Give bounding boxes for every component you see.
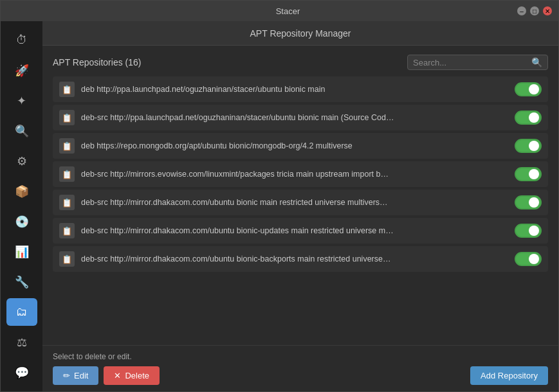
repo-icon: 📋 [59,251,75,267]
window-title: Stacer [59,6,517,16]
repo-text: deb-src http://mirror.dhakacom.com/ubunt… [81,198,508,207]
repo-text: deb-src http://mirror.dhakacom.com/ubunt… [81,226,508,235]
sidebar-item-packages[interactable]: 📦 [6,177,37,205]
bottom-bar: Select to delete or edit. ✏ Edit ✕ Delet… [42,345,558,391]
repo-icon: 📋 [59,166,75,182]
status-text: Select to delete or edit. [53,352,548,361]
sidebar-item-search[interactable]: 🔍 [6,117,37,145]
table-row[interactable]: 📋 deb https://repo.mongodb.org/apt/ubunt… [53,133,548,159]
repo-text: deb https://repo.mongodb.org/apt/ubuntu … [81,141,508,150]
search-box: 🔍 [407,55,548,70]
sidebar-item-dashboard[interactable]: ⏱ [6,26,37,54]
repo-icon: 📋 [59,138,75,154]
panel-header: APT Repository Manager [42,21,558,46]
sidebar-item-terminal[interactable]: 💬 [6,359,37,386]
repo-icon: 📋 [59,82,75,97]
repo-header: APT Repositories (16) 🔍 [53,55,548,70]
delete-button[interactable]: ✕ Delete [104,366,160,385]
table-row[interactable]: 📋 deb-src http://mirror.dhakacom.com/ubu… [53,190,548,215]
table-row[interactable]: 📋 deb http://ppa.launchpad.net/oguzhanin… [53,76,548,102]
edit-button[interactable]: ✏ Edit [53,366,98,385]
add-label: Add Repository [481,371,538,380]
sidebar-item-settings[interactable]: ⚙ [6,147,37,175]
sidebar-item-disk[interactable]: 💿 [6,208,37,235]
sidebar-item-resources[interactable]: 📊 [6,238,37,265]
sidebar-item-startup[interactable]: 🚀 [6,57,37,84]
window-controls: – □ ✕ [517,6,552,15]
edit-label: Edit [74,371,88,380]
repo-text: deb-src http://mirrors.evowise.com/linux… [81,170,508,179]
toggle-switch[interactable] [515,195,542,209]
sidebar-item-apt[interactable]: 🗂 [6,298,37,326]
repo-text: deb http://ppa.launchpad.net/oguzhaninan… [81,85,508,94]
sidebar: ⏱ 🚀 ✦ 🔍 ⚙ 📦 💿 📊 🔧 🗂 ⚖ 💬 [1,21,42,391]
toggle-switch[interactable] [515,224,542,238]
main-window: Stacer – □ ✕ ⏱ 🚀 ✦ 🔍 ⚙ 📦 💿 📊 🔧 🗂 ⚖ 💬 APT [0,0,559,392]
repo-list: 📋 deb http://ppa.launchpad.net/oguzhanin… [53,76,548,336]
repo-icon: 📋 [59,195,75,210]
repo-text: deb-src http://mirror.dhakacom.com/ubunt… [81,254,508,263]
maximize-button[interactable]: □ [530,6,539,15]
content-area: ⏱ 🚀 ✦ 🔍 ⚙ 📦 💿 📊 🔧 🗂 ⚖ 💬 APT Repository M… [1,21,558,391]
main-panel: APT Repository Manager APT Repositories … [42,21,558,391]
sidebar-item-equalizer[interactable]: ⚖ [6,328,37,356]
add-repository-button[interactable]: Add Repository [470,366,548,385]
table-row[interactable]: 📋 deb-src http://ppa.launchpad.net/oguzh… [53,105,548,130]
close-button[interactable]: ✕ [543,6,552,15]
toggle-switch[interactable] [515,139,542,153]
toggle-switch[interactable] [515,82,542,96]
panel-body: APT Repositories (16) 🔍 📋 deb http://ppa… [42,46,558,345]
search-input[interactable] [413,58,529,67]
minimize-button[interactable]: – [517,6,526,15]
repo-icon: 📋 [59,223,75,238]
panel-title: APT Repository Manager [250,28,351,39]
left-actions: ✏ Edit ✕ Delete [53,366,160,385]
toggle-switch[interactable] [515,111,542,125]
repo-count-title: APT Repositories (16) [53,57,141,67]
table-row[interactable]: 📋 deb-src http://mirrors.evowise.com/lin… [53,161,548,187]
titlebar: Stacer – □ ✕ [1,1,558,21]
search-icon: 🔍 [531,57,542,67]
bottom-actions: ✏ Edit ✕ Delete Add Repository [53,366,548,385]
delete-label: Delete [125,371,149,380]
delete-icon: ✕ [114,371,121,380]
sidebar-item-services[interactable]: ✦ [6,87,37,114]
table-row[interactable]: 📋 deb-src http://mirror.dhakacom.com/ubu… [53,218,548,244]
table-row[interactable]: 📋 deb-src http://mirror.dhakacom.com/ubu… [53,246,548,272]
repo-text: deb-src http://ppa.launchpad.net/oguzhan… [81,113,508,122]
repo-icon: 📋 [59,110,75,125]
edit-icon: ✏ [63,371,70,380]
toggle-switch[interactable] [515,167,542,181]
toggle-switch[interactable] [515,252,542,266]
sidebar-item-tools[interactable]: 🔧 [6,268,37,296]
